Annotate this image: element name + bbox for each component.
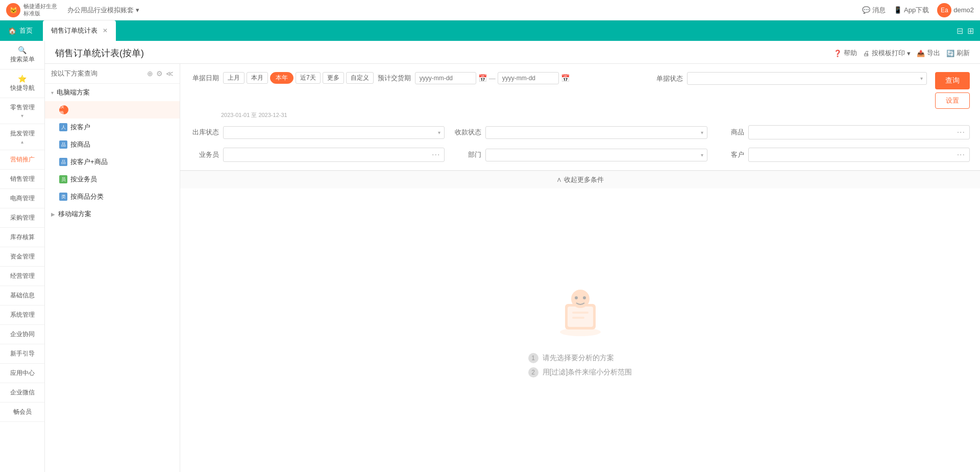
settings-button[interactable]: 设置 [935, 92, 970, 109]
sidebar-item-finance[interactable]: 资金管理 [0, 247, 44, 267]
sidebar-item-system[interactable]: 系统管理 [0, 305, 44, 325]
more-btn[interactable]: 更多 [323, 72, 344, 84]
sidebar-item-app-center[interactable]: 应用中心 [0, 364, 44, 383]
customer-input[interactable]: ··· [748, 148, 970, 162]
last-month-btn[interactable]: 上月 [223, 72, 244, 84]
settings-scheme-icon[interactable]: ⚙ [156, 69, 163, 78]
sidebar-item-newbie[interactable]: 新手引导 [0, 344, 44, 364]
svg-rect-7 [572, 317, 584, 319]
top-bar: 🐱 畅捷通好生意 标准版 办公用品行业模拟账套 ▾ 💬 消息 📱 App下载 E… [0, 0, 980, 20]
salesperson-input[interactable]: ··· [223, 148, 445, 162]
collapse-icon: ∧ [556, 176, 562, 183]
left-panel-header: 按以下方案查询 ⊕ ⚙ ≪ [45, 64, 180, 84]
cal-start-icon[interactable]: 📅 [478, 74, 487, 82]
tree-item-by-customer-goods[interactable]: 品 按客户+商品 [45, 153, 180, 171]
export-button[interactable]: 📤 导出 [917, 49, 940, 58]
delivery-status-select[interactable] [223, 126, 445, 139]
user-profile[interactable]: Ea demo2 [937, 3, 974, 17]
query-button[interactable]: 查询 [935, 72, 970, 89]
sidebar-item-retail[interactable]: 零售管理 ▾ [0, 98, 44, 124]
collapse-bar[interactable]: ∧ 收起更多条件 [180, 171, 980, 188]
chevron-right-icon: ▾ [21, 113, 23, 119]
sidebar-item-enterprise[interactable]: 企业协同 [0, 325, 44, 344]
right-panel: 单据日期 上月 本月 本年 近7天 更多 自定义 预计交货期 [180, 64, 980, 472]
tab-close-icon[interactable]: ✕ [103, 27, 108, 34]
top-bar-left: 🐱 畅捷通好生意 标准版 办公用品行业模拟账套 ▾ [6, 3, 139, 17]
tab-bar-right: ⊟ ⊞ [957, 26, 980, 36]
doc-status-select[interactable] [687, 72, 927, 85]
empty-tips: 1 请先选择要分析的方案 2 用[过滤]条件来缩小分析范围 [528, 353, 632, 377]
sidebar-item-search[interactable]: 🔍 搜索菜单 [0, 41, 44, 69]
filter-row-2: 出库状态 收款状态 [190, 125, 970, 139]
app-selector[interactable]: 办公用品行业模拟账套 ▾ [67, 6, 139, 15]
goods-group: 商品 ··· [716, 125, 970, 139]
home-icon: 🏠 [8, 27, 16, 35]
expected-delivery-end[interactable] [498, 72, 559, 84]
sidebar-item-member[interactable]: 畅会员 [0, 403, 44, 422]
sidebar-item-wechat[interactable]: 企业微信 [0, 383, 44, 403]
cal-end-icon[interactable]: 📅 [561, 74, 570, 82]
logo-text: 畅捷通好生意 标准版 [23, 3, 57, 16]
department-select[interactable] [485, 149, 707, 161]
svg-rect-6 [572, 312, 589, 314]
refresh-button[interactable]: 🔄 刷新 [946, 49, 970, 58]
date-shortcuts: 上月 本月 本年 近7天 更多 自定义 [223, 72, 374, 84]
chevron-down-icon: ▾ [136, 6, 139, 14]
tree-item-by-order[interactable]: 按单 [45, 101, 180, 119]
tree-item-by-salesperson[interactable]: 员 按业务员 [45, 171, 180, 188]
main-layout: 🔍 搜索菜单 ⭐ 快捷导航 零售管理 ▾ 批发管理 ▴ 营销推广 销售管理 电商… [0, 41, 980, 472]
logo-area: 🐱 畅捷通好生意 标准版 [6, 3, 57, 17]
sidebar-item-quick-nav[interactable]: ⭐ 快捷导航 [0, 69, 44, 98]
tab-home[interactable]: 🏠 首页 [0, 20, 41, 41]
expected-delivery-start[interactable] [415, 72, 476, 84]
star-icon: ⭐ [18, 75, 27, 83]
salesperson-more-icon: ··· [432, 150, 440, 159]
print-icon: 🖨 [863, 50, 870, 57]
message-icon: 💬 [862, 6, 870, 14]
tab-minimize-button[interactable]: ⊟ [957, 26, 963, 36]
payment-status-select-wrap [485, 126, 707, 139]
message-button[interactable]: 💬 消息 [862, 6, 886, 15]
customer-more-icon: ··· [957, 150, 965, 159]
empty-state: 1 请先选择要分析的方案 2 用[过滤]条件来缩小分析范围 [180, 188, 980, 472]
sidebar-item-wholesale[interactable]: 批发管理 ▴ [0, 124, 44, 150]
add-scheme-icon[interactable]: ⊕ [147, 69, 153, 78]
this-year-btn[interactable]: 本年 [270, 72, 293, 84]
sidebar-item-basic-info[interactable]: 基础信息 [0, 286, 44, 305]
help-button[interactable]: ❓ 帮助 [834, 49, 857, 58]
sidebar-item-marketing[interactable]: 营销推广 [0, 150, 44, 170]
tab-expand-button[interactable]: ⊞ [967, 26, 974, 36]
tab-bar: 🏠 首页 销售订单统计表 ✕ ⊟ ⊞ [0, 20, 980, 41]
tab-sales-order-stat[interactable]: 销售订单统计表 ✕ [43, 20, 116, 41]
page-header: 销售订单统计表(按单) ❓ 帮助 🖨 按模板打印 ▾ 📤 导出 🔄 刷新 [45, 41, 980, 64]
tree-item-by-goods[interactable]: 品 按商品 [45, 136, 180, 153]
delivery-status-group: 出库状态 [190, 126, 445, 139]
payment-status-select[interactable] [485, 126, 707, 139]
doc-status-group: 单据状态 [654, 72, 927, 85]
this-month-btn[interactable]: 本月 [247, 72, 268, 84]
custom-btn[interactable]: 自定义 [346, 72, 374, 84]
filter-row-3: 业务员 ··· 部门 [190, 148, 970, 162]
tree-section-pc[interactable]: ▾ 电脑端方案 [45, 84, 180, 101]
last-7days-btn[interactable]: 近7天 [296, 72, 321, 84]
sidebar-item-purchase[interactable]: 采购管理 [0, 208, 44, 228]
help-icon: ❓ [834, 50, 842, 57]
sidebar-item-ecommerce[interactable]: 电商管理 [0, 189, 44, 208]
app-download-button[interactable]: 📱 App下载 [894, 6, 929, 15]
sidebar-item-operations[interactable]: 经营管理 [0, 267, 44, 286]
sidebar-item-sales-mgmt[interactable]: 销售管理 [0, 170, 44, 189]
sidebar-item-inventory[interactable]: 库存核算 [0, 228, 44, 247]
top-bar-right: 💬 消息 📱 App下载 Ea demo2 [862, 3, 974, 17]
template-print-button[interactable]: 🖨 按模板打印 ▾ [863, 49, 911, 58]
collapse-panel-icon[interactable]: ≪ [166, 69, 174, 78]
payment-status-group: 收款状态 [453, 126, 707, 139]
chevron-down-icon: ▾ [907, 50, 911, 57]
svg-point-3 [571, 290, 590, 308]
tree-section-mobile[interactable]: ▶ 移动端方案 [45, 205, 180, 223]
tree-item-by-customer[interactable]: 人 按客户 [45, 119, 180, 136]
customer-goods-scheme-icon: 品 [59, 158, 67, 166]
doc-status-select-wrap [687, 72, 927, 85]
goods-input[interactable]: ··· [748, 125, 970, 139]
tree-item-by-goods-category[interactable]: 类 按商品分类 [45, 188, 180, 205]
left-panel-action-icons: ⊕ ⚙ ≪ [147, 69, 174, 78]
